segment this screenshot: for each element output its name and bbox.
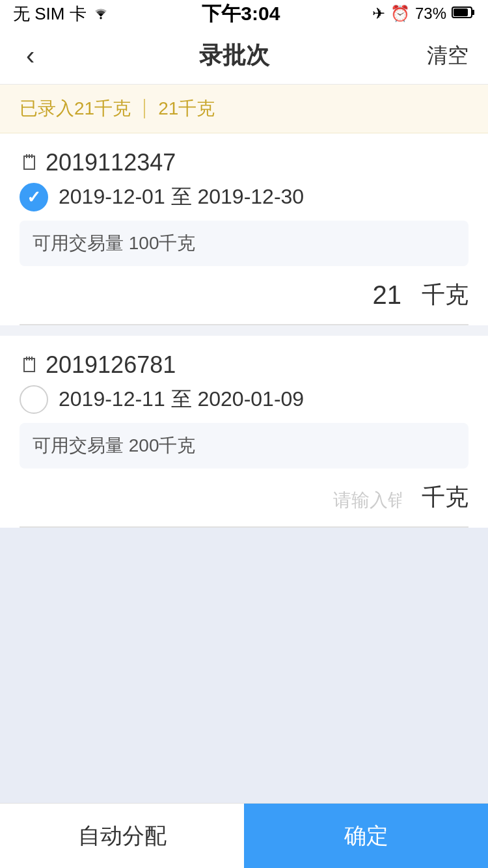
radio-button-1[interactable] (20, 183, 48, 211)
clear-button[interactable]: 清空 (427, 42, 468, 70)
status-right: ✈ ⏰ 73% (372, 5, 475, 23)
quantity-row-1: 千克 (0, 266, 488, 324)
quantity-row-2: 千克 (0, 468, 488, 526)
status-time: 下午3:04 (202, 1, 280, 27)
no-sim-text: 无 SIM 卡 (13, 3, 87, 25)
total-amount: 21千克 (158, 96, 215, 121)
batch-id-row-2: 🗒 2019126781 (20, 351, 468, 379)
quantity-input-1[interactable] (333, 280, 411, 310)
batch-date-1: 2019-12-01 至 2019-12-30 (59, 183, 304, 211)
confirm-button[interactable]: 确定 (244, 804, 488, 868)
battery-text: 73% (415, 5, 446, 23)
quantity-input-2[interactable] (333, 483, 411, 512)
location-icon: ✈ (372, 5, 385, 23)
page-title: 录批次 (199, 40, 269, 72)
info-divider (144, 99, 145, 118)
batch-available-2: 可用交易量 200千克 (20, 423, 468, 468)
back-button[interactable]: ‹ (20, 34, 41, 77)
svg-rect-2 (472, 10, 474, 15)
batch-available-1: 可用交易量 100千克 (20, 221, 468, 266)
batch-doc-icon-1: 🗒 (20, 151, 40, 175)
batch-id-2: 2019126781 (46, 351, 176, 379)
batch-date-2: 2019-12-11 至 2020-01-09 (59, 385, 304, 414)
recorded-amount: 已录入21千克 (20, 96, 131, 121)
alarm-icon: ⏰ (390, 5, 410, 23)
status-bar: 无 SIM 卡 下午3:04 ✈ ⏰ 73% (0, 0, 488, 27)
status-left: 无 SIM 卡 (13, 3, 110, 25)
auto-distribute-button[interactable]: 自动分配 (0, 804, 244, 868)
wifi-icon (92, 4, 110, 24)
radio-button-2[interactable] (20, 385, 48, 414)
batch-item-2: 🗒 2019126781 2019-12-11 至 2020-01-09 可用交… (0, 336, 488, 528)
battery-icon (452, 5, 475, 23)
svg-point-0 (100, 17, 102, 19)
batch-date-row-2[interactable]: 2019-12-11 至 2020-01-09 (20, 385, 468, 414)
batch-date-row-1[interactable]: 2019-12-01 至 2019-12-30 (20, 183, 468, 211)
bottom-bar: 自动分配 确定 (0, 803, 488, 868)
quantity-unit-2: 千克 (422, 481, 468, 513)
nav-bar: ‹ 录批次 清空 (0, 27, 488, 85)
batch-id-row-1: 🗒 2019112347 (20, 149, 468, 176)
batch-item-1: 🗒 2019112347 2019-12-01 至 2019-12-30 可用交… (0, 133, 488, 325)
quantity-unit-1: 千克 (422, 279, 468, 311)
section-separator (0, 325, 488, 336)
info-banner: 已录入21千克 21千克 (0, 85, 488, 133)
svg-rect-3 (454, 8, 468, 16)
batch-id-1: 2019112347 (46, 149, 176, 176)
batch-doc-icon-2: 🗒 (20, 353, 40, 377)
